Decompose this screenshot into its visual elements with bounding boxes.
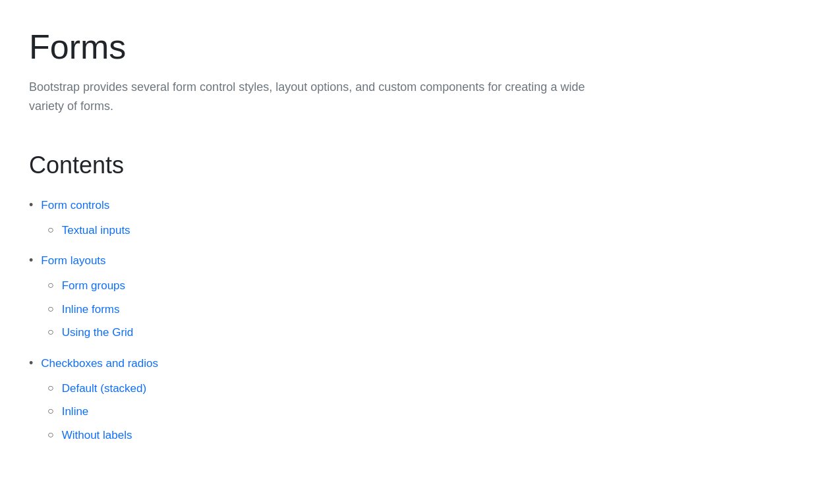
link-without-labels[interactable]: Without labels bbox=[62, 427, 132, 444]
open-bullet-icon: ○ bbox=[47, 277, 54, 293]
bullet-icon: • bbox=[29, 354, 33, 372]
contents-item-without-labels: ○Without labels bbox=[47, 427, 146, 444]
link-checkboxes-and-radios[interactable]: Checkboxes and radios bbox=[41, 355, 158, 372]
open-bullet-icon: ○ bbox=[47, 324, 54, 340]
open-bullet-icon: ○ bbox=[47, 403, 54, 419]
sub-list-checkboxes-and-radios: ○Default (stacked)○Inline○Without labels bbox=[47, 380, 146, 444]
link-form-controls[interactable]: Form controls bbox=[41, 197, 109, 214]
contents-item-inline-forms: ○Inline forms bbox=[47, 301, 133, 318]
sub-list-form-layouts: ○Form groups○Inline forms○Using the Grid bbox=[47, 277, 133, 341]
link-form-layouts[interactable]: Form layouts bbox=[41, 252, 105, 269]
open-bullet-icon: ○ bbox=[47, 301, 54, 317]
link-inline-forms[interactable]: Inline forms bbox=[62, 301, 120, 318]
contents-item-default-stacked: ○Default (stacked) bbox=[47, 380, 146, 397]
contents-item-textual-inputs: ○Textual inputs bbox=[47, 222, 130, 239]
link-textual-inputs[interactable]: Textual inputs bbox=[62, 222, 130, 239]
contents-item-checkboxes-and-radios: •Checkboxes and radios○Default (stacked)… bbox=[29, 354, 804, 451]
contents-list: •Form controls○Textual inputs•Form layou… bbox=[29, 196, 804, 451]
page-description: Bootstrap provides several form control … bbox=[29, 78, 622, 116]
contents-item-form-layouts: •Form layouts○Form groups○Inline forms○U… bbox=[29, 252, 804, 348]
contents-item-inline: ○Inline bbox=[47, 403, 146, 420]
open-bullet-icon: ○ bbox=[47, 222, 54, 238]
bullet-icon: • bbox=[29, 196, 33, 214]
contents-item-using-the-grid: ○Using the Grid bbox=[47, 324, 133, 341]
bullet-icon: • bbox=[29, 252, 33, 269]
link-inline[interactable]: Inline bbox=[62, 403, 89, 420]
link-form-groups[interactable]: Form groups bbox=[62, 277, 125, 294]
sub-list-form-controls: ○Textual inputs bbox=[47, 222, 130, 239]
contents-item-form-groups: ○Form groups bbox=[47, 277, 133, 294]
open-bullet-icon: ○ bbox=[47, 427, 54, 443]
open-bullet-icon: ○ bbox=[47, 380, 54, 396]
contents-item-form-controls: •Form controls○Textual inputs bbox=[29, 196, 804, 246]
link-default-stacked[interactable]: Default (stacked) bbox=[62, 380, 147, 397]
link-using-the-grid[interactable]: Using the Grid bbox=[62, 324, 134, 341]
contents-heading: Contents bbox=[29, 148, 804, 183]
page-title: Forms bbox=[29, 26, 804, 67]
